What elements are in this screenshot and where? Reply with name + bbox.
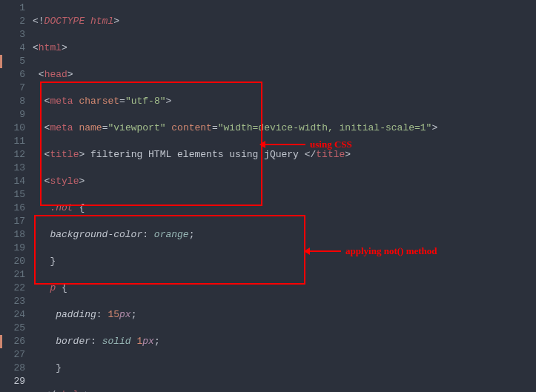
line-number: 5: [0, 55, 25, 68]
code-line: padding: 15px;: [33, 308, 536, 322]
line-number-gutter: 1234567891011121314151617181920212223242…: [0, 1, 33, 392]
line-number: 14: [4, 175, 25, 188]
line-number: 10: [4, 122, 25, 135]
line-number: 27: [4, 348, 25, 362]
code-line: </style>: [33, 388, 536, 392]
line-number: 15: [4, 188, 25, 202]
code-line: <title> filtering HTML elements using jQ…: [33, 148, 536, 162]
line-number: 9: [4, 108, 25, 122]
line-number: 29: [4, 375, 25, 388]
code-line: }: [33, 255, 536, 268]
code-line: .not {: [33, 202, 536, 215]
line-number: 13: [4, 162, 25, 175]
code-line: <meta charset="utf-8">: [33, 95, 536, 108]
line-number: 16: [4, 202, 25, 215]
code-editor: 1234567891011121314151617181920212223242…: [0, 0, 536, 392]
line-number: 19: [4, 242, 25, 255]
code-line: <html>: [33, 41, 536, 55]
code-line: border: solid 1px;: [33, 335, 536, 348]
line-number: 25: [4, 322, 25, 335]
line-number: 4: [4, 41, 25, 55]
code-line: <!DOCTYPE html>: [33, 15, 536, 28]
code-area: <!DOCTYPE html> <html> <head> <meta char…: [33, 1, 536, 392]
code-line: p {: [33, 282, 536, 295]
line-number: 18: [4, 228, 25, 242]
line-number: 20: [4, 255, 25, 268]
line-number: 21: [4, 268, 25, 282]
code-line: <style>: [33, 175, 536, 188]
code-line: background-color: orange;: [33, 228, 536, 242]
line-number: 24: [4, 308, 25, 322]
line-number: 2: [4, 15, 25, 28]
line-number: 17: [4, 215, 25, 228]
code-line: <meta name="viewport" content="width=dev…: [33, 122, 536, 135]
line-number: 1: [4, 1, 25, 15]
line-number: 23: [4, 295, 25, 308]
line-number: 11: [4, 135, 25, 148]
line-number: 8: [4, 95, 25, 108]
code-line: }: [33, 362, 536, 375]
line-number: 12: [4, 148, 25, 162]
line-number: 7: [4, 82, 25, 95]
code-line: <head>: [33, 68, 536, 82]
line-number: 3: [4, 28, 25, 41]
line-number: 22: [4, 282, 25, 295]
line-number: 28: [4, 362, 25, 375]
line-number: 26: [0, 335, 25, 348]
line-number: 6: [4, 68, 25, 82]
